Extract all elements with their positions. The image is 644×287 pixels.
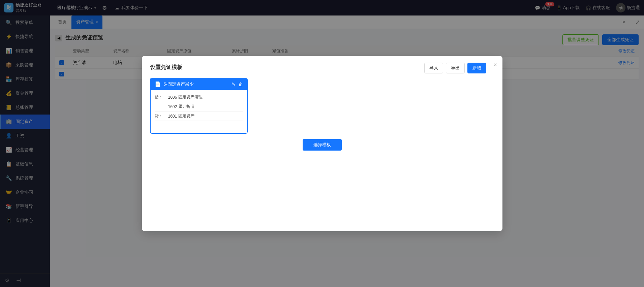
account-name-1: 1602: [168, 104, 177, 109]
modal-close-button[interactable]: ×: [493, 61, 497, 68]
template-account-row-2: 贷： 1601 固定资产: [155, 111, 243, 121]
select-template-button[interactable]: 选择模板: [303, 139, 342, 151]
template-edit-icon[interactable]: ✎: [232, 82, 236, 87]
account-debit-label: 借：: [155, 94, 168, 100]
template-account-row-0: 借： 1606 固定资产清理: [155, 93, 243, 102]
template-card-title: 5-固定资产减少: [164, 81, 229, 87]
template-card: 📄 5-固定资产减少 ✎ 🗑 借： 1606 固定资产清理 借： 1602 累计…: [150, 78, 248, 134]
account-name-2: 1601: [168, 114, 177, 119]
modal-header-actions: 导入 导出 新增: [424, 63, 486, 73]
new-template-button[interactable]: 新增: [467, 63, 486, 73]
modal-overlay: 设置凭证模板 × 导入 导出 新增 📄 5-固定资产减少 ✎ 🗑 借： 1606: [0, 0, 644, 287]
template-card-header: 📄 5-固定资产减少 ✎ 🗑: [151, 78, 247, 90]
account-name-0: 1606: [168, 95, 177, 100]
template-account-row-1: 借： 1602 累计折旧: [155, 102, 243, 111]
account-credit-label: 贷：: [155, 113, 168, 119]
template-account-row-3: 贷：: [155, 121, 243, 130]
account-title-2: 固定资产: [178, 113, 194, 119]
account-title-1: 累计折旧: [178, 104, 194, 109]
account-title-0: 固定资产清理: [178, 94, 203, 100]
template-delete-icon[interactable]: 🗑: [238, 82, 243, 87]
template-card-icon: 📄: [155, 81, 161, 87]
export-button[interactable]: 导出: [446, 63, 465, 73]
template-body: 借： 1606 固定资产清理 借： 1602 累计折旧 贷： 1601 固定资产…: [151, 90, 247, 133]
modal-dialog: 设置凭证模板 × 导入 导出 新增 📄 5-固定资产减少 ✎ 🗑 借： 1606: [142, 56, 502, 231]
import-button[interactable]: 导入: [424, 63, 443, 73]
template-card-actions: ✎ 🗑: [232, 82, 243, 87]
